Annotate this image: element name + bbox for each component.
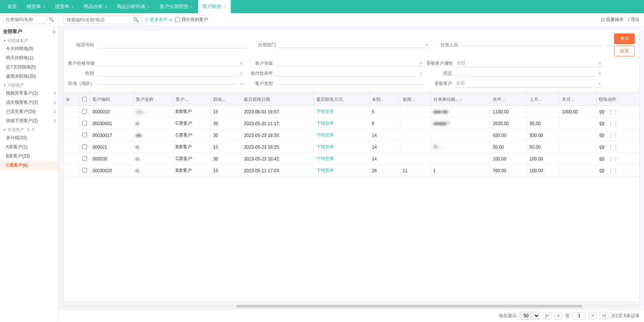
col-last-date-header[interactable]: 最后联络日期	[242, 93, 314, 106]
nav-purchase[interactable]: 进货单 ×	[50, 0, 78, 13]
row-checkbox-cell[interactable]	[79, 118, 90, 130]
cust-level-select[interactable]: ∨	[275, 60, 423, 66]
cust-type-select[interactable]	[275, 83, 423, 85]
sidebar-item-overdue[interactable]: 逾期未联络(30)	[0, 72, 59, 81]
nav-product-analysis[interactable]: 商品分析 ×	[79, 0, 112, 13]
nav-sales[interactable]: 销货单 ×	[22, 0, 50, 13]
row-checkbox-cell[interactable]	[79, 153, 90, 165]
refresh-icon[interactable]: ↻	[27, 127, 30, 132]
search-input[interactable]	[67, 17, 133, 22]
sidebar-collapse-icon[interactable]: «	[53, 29, 56, 35]
person-dots-button[interactable]: ···	[607, 42, 611, 48]
nav-close-product-analysis[interactable]: ×	[105, 4, 107, 9]
row-checkbox-cell[interactable]	[79, 165, 90, 177]
action-contact-icon[interactable]: ☎	[599, 109, 605, 115]
person-select[interactable]	[460, 44, 603, 46]
action-more-icon[interactable]: ⋮⋮	[608, 121, 618, 127]
nav-close-sales[interactable]: ×	[43, 4, 45, 9]
row-last-method[interactable]: 下销货单	[314, 153, 370, 165]
action-more-icon[interactable]: ⋮⋮	[608, 168, 618, 174]
action-more-icon[interactable]: ⋮⋮	[608, 144, 618, 150]
phone-input[interactable]	[96, 42, 247, 49]
my-customers-checkbox-label[interactable]: 我分管的客户	[175, 17, 208, 23]
sidebar-item-class-b[interactable]: B类客户(33)	[0, 152, 59, 161]
nav-home[interactable]: 首页	[3, 0, 21, 13]
batch-ops-button[interactable]: ☑ 批量操作	[601, 17, 624, 23]
scrollbar-thumb[interactable]	[236, 305, 582, 308]
sidebar-item-declining[interactable]: 持续下滑客户(2) ℹ	[0, 116, 59, 125]
action-more-icon[interactable]: ⋮⋮	[608, 156, 618, 162]
row-checkbox[interactable]	[82, 121, 87, 125]
row-checkbox[interactable]	[82, 144, 87, 149]
nav-close-customer-contact[interactable]: ×	[224, 4, 226, 9]
more-filter-button[interactable]: ▽ 更多条件 ∨	[145, 17, 172, 23]
sidebar-search-input[interactable]	[3, 15, 47, 24]
action-contact-icon[interactable]: ☎	[599, 156, 605, 162]
region-select[interactable]	[97, 83, 236, 85]
row-checkbox[interactable]	[82, 168, 87, 173]
payment-select[interactable]: ∨	[275, 71, 423, 77]
sidebar-item-unclassified[interactable]: 未分组(32)	[0, 133, 59, 142]
next-page-button[interactable]: >	[589, 312, 597, 319]
nav-close-product-list[interactable]: ×	[148, 4, 150, 9]
retail-cust-select[interactable]: 全部 ∨	[454, 79, 602, 88]
sidebar-item-today[interactable]: 今天待联络(0)	[0, 44, 59, 53]
export-button[interactable]: ⤴ 导出	[627, 17, 640, 23]
last-method-link[interactable]: 下销货单	[316, 121, 334, 126]
row-checkbox[interactable]	[82, 156, 87, 161]
col-uncontacted-header[interactable]: 未联...	[369, 93, 400, 106]
sidebar-item-7days[interactable]: 近7天待联络(0)	[0, 63, 59, 72]
retail-attr-select[interactable]: 全部 ∨	[455, 59, 602, 67]
sidebar-item-abnormal[interactable]: 囤购异常客户(2) ℹ	[0, 89, 59, 98]
last-page-button[interactable]: >|	[599, 312, 608, 319]
setting-button[interactable]: 设置	[614, 46, 635, 56]
page-input[interactable]	[573, 312, 586, 319]
sidebar-all-customers[interactable]: 全部客户 «	[0, 26, 59, 36]
col-name-header[interactable]: 客户名称	[133, 93, 173, 106]
last-method-link[interactable]: 下销货单	[316, 168, 334, 173]
row-checkbox[interactable]	[82, 109, 87, 114]
row-last-method[interactable]: 下销货单	[314, 130, 370, 141]
row-checkbox-cell[interactable]	[79, 141, 90, 153]
row-checkbox-cell[interactable]	[79, 130, 90, 141]
prev-page-button[interactable]: <	[555, 312, 562, 319]
edit-icon[interactable]: ✎	[32, 127, 35, 132]
first-page-button[interactable]: |<	[543, 312, 552, 319]
my-customers-checkbox[interactable]	[175, 17, 180, 22]
last-method-link[interactable]: 下销货单	[316, 144, 334, 149]
search-icon[interactable]: 🔍	[133, 17, 139, 22]
action-contact-icon[interactable]: ☎	[599, 121, 605, 127]
sidebar-item-class-a[interactable]: A类客户(1)	[0, 142, 59, 152]
col-this-year-header[interactable]: 本年...	[490, 93, 527, 106]
query-button[interactable]: 查询	[614, 33, 635, 44]
sidebar-item-class-c[interactable]: C类客户(6)	[0, 161, 59, 170]
per-page-select[interactable]: 50 100 200	[520, 312, 540, 320]
gender-select[interactable]: ∨	[96, 71, 244, 77]
horizontal-scrollbar[interactable]	[63, 305, 640, 308]
select-all-checkbox[interactable]	[82, 97, 87, 102]
sidebar-item-lost[interactable]: 已流失客户(24) ℹ	[0, 107, 59, 116]
row-last-method[interactable]: 下销货单	[314, 165, 370, 177]
col-type-header[interactable]: 客户...	[173, 93, 211, 106]
region-dots-button[interactable]: ···	[240, 81, 244, 86]
col-overdue-header[interactable]: 逾期...	[400, 93, 431, 106]
sidebar-search-icon[interactable]: 🔍	[49, 17, 54, 22]
action-more-icon[interactable]: ⋮⋮	[608, 109, 618, 115]
nav-customer-tier[interactable]: 客户分层经营 ×	[155, 0, 197, 13]
col-code-header[interactable]: 客户编码	[90, 93, 134, 106]
col-checkbox-header[interactable]	[79, 93, 90, 106]
col-settings-header[interactable]: ⚙	[64, 93, 79, 106]
row-last-method[interactable]: 下销货单	[314, 106, 370, 118]
col-last-method-header[interactable]: 最后联络方式	[314, 93, 370, 106]
dept-select[interactable]: ∨	[278, 42, 429, 48]
nav-close-purchase[interactable]: ×	[71, 4, 74, 9]
action-contact-icon[interactable]: ☎	[599, 144, 605, 150]
nav-product-list[interactable]: 商品分析列表 ×	[112, 0, 154, 13]
col-last-month-header[interactable]: 上月...	[527, 93, 560, 106]
col-contact-days-header[interactable]: 联络...	[211, 93, 242, 106]
action-contact-icon[interactable]: ☎	[599, 132, 605, 138]
sidebar-item-losswarning[interactable]: 流失预警客户(3) ℹ	[0, 98, 59, 107]
last-method-link[interactable]: 下销货单	[316, 132, 334, 138]
action-more-icon[interactable]: ⋮⋮	[608, 132, 618, 138]
sidebar-item-tomorrow[interactable]: 明天待联络(1)	[0, 53, 59, 63]
